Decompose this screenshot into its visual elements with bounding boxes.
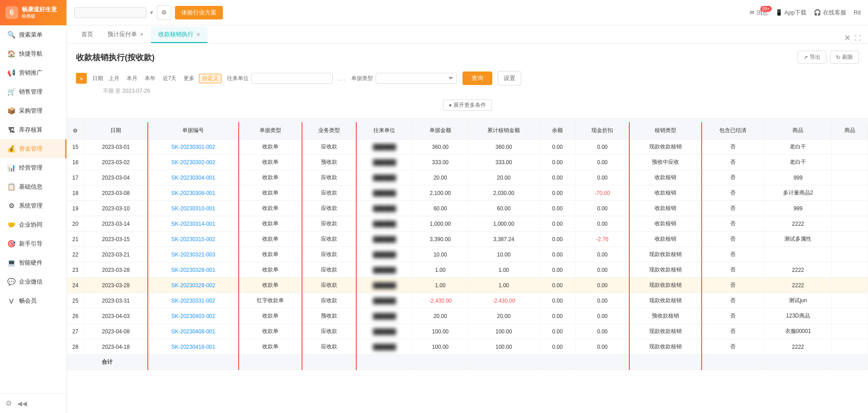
cell-voucher-type: 红字收款单 bbox=[239, 293, 302, 309]
sidebar-item-inventory[interactable]: 🏗 库存核算 bbox=[0, 120, 66, 139]
cell-include-settled: 否 bbox=[702, 247, 764, 262]
cell-rownum: 15 bbox=[67, 139, 84, 155]
sidebar-item-label: 经营管理 bbox=[19, 164, 42, 172]
col-goods: 商品 bbox=[764, 122, 832, 139]
user-avatar[interactable]: Rit bbox=[854, 9, 861, 16]
sidebar-item-finance[interactable]: 💰 资金管理 bbox=[0, 139, 66, 158]
voucher-no-link[interactable]: SK-20230328-001 bbox=[171, 267, 215, 273]
cell-balance: 0.00 bbox=[539, 170, 576, 185]
cell-cash-discount: -2.76 bbox=[576, 232, 630, 247]
date-btn-last-month[interactable]: 上月 bbox=[106, 74, 122, 83]
voucher-no-link[interactable]: SK-20230321-003 bbox=[171, 252, 215, 258]
cell-cash-discount: 0.00 bbox=[576, 278, 630, 293]
filter-dates: 上月 本月 本年 近7天 更多 自定义 bbox=[106, 74, 222, 83]
close-tab-collection-exec[interactable]: ✕ bbox=[196, 32, 200, 38]
cell-biz-type: 应收款 bbox=[302, 262, 356, 278]
sidebar-item-guide[interactable]: 🎯 新手引导 bbox=[0, 234, 66, 253]
date-btn-7days[interactable]: 近7天 bbox=[160, 74, 179, 83]
cell-biz-type: 应收款 bbox=[302, 339, 356, 355]
handshake-icon: 🤝 bbox=[7, 221, 15, 229]
sidebar-item-label: 库存核算 bbox=[19, 126, 42, 134]
voucher-no-link[interactable]: SK-20230304-001 bbox=[171, 175, 215, 181]
voucher-no-link[interactable]: SK-20230408-001 bbox=[171, 328, 215, 335]
cell-total-write-off: 1.00 bbox=[468, 278, 539, 293]
messages-button[interactable]: ✉ 消息 99+ bbox=[750, 9, 768, 17]
cell-voucher-no: SK-20230321-003 bbox=[148, 247, 239, 262]
tab-collection-exec[interactable]: 收款核销执行 ✕ bbox=[151, 27, 208, 43]
date-btn-this-year[interactable]: 本年 bbox=[142, 74, 158, 83]
cell-biz-type: 应收款 bbox=[302, 232, 356, 247]
sidebar-item-purchase[interactable]: 📦 采购管理 bbox=[0, 101, 66, 120]
filter-expand-arrow[interactable]: » bbox=[76, 73, 87, 84]
voucher-no-link[interactable]: SK-20230418-001 bbox=[171, 344, 215, 350]
voucher-no-link[interactable]: SK-20230310-001 bbox=[171, 205, 215, 212]
sidebar-item-sales[interactable]: 🛒 销售管理 bbox=[0, 82, 66, 101]
cell-cash-discount: 0.00 bbox=[576, 324, 630, 339]
tab-pre-accounts[interactable]: 预计应付单 ✕ bbox=[100, 27, 151, 43]
refresh-button[interactable]: ↻ 刷新 bbox=[830, 51, 859, 64]
sidebar-item-hardware[interactable]: 💻 智能硬件 bbox=[0, 253, 66, 272]
sidebar-item-quicknav[interactable]: 🏠 快捷导航 bbox=[0, 44, 66, 63]
voucher-type-select[interactable] bbox=[376, 73, 457, 84]
tab-home[interactable]: 首页 bbox=[74, 27, 100, 43]
cell-balance: 0.00 bbox=[539, 339, 576, 355]
cell-rownum: 24 bbox=[67, 278, 84, 293]
table-row: 15 2023-03-01 SK-20230301-002 收款单 应收款 ██… bbox=[67, 139, 868, 155]
voucher-no-link[interactable]: SK-20230331-002 bbox=[171, 298, 215, 304]
sidebar-item-search[interactable]: 🔍 搜索菜单 bbox=[0, 25, 66, 44]
cell-write-off-type: 预收中应收 bbox=[629, 155, 701, 170]
query-button[interactable]: 查询 bbox=[462, 71, 492, 85]
app-download-button[interactable]: 📱 App下载 bbox=[775, 9, 807, 17]
sidebar-item-system[interactable]: ⚙ 系统管理 bbox=[0, 196, 66, 215]
cell-cash-discount: 0.00 bbox=[576, 216, 630, 232]
date-btn-this-month[interactable]: 本月 bbox=[124, 74, 140, 83]
cell-rownum: 17 bbox=[67, 170, 84, 185]
voucher-no-link[interactable]: SK-20230301-002 bbox=[171, 144, 215, 150]
cell-voucher-no: SK-20230315-002 bbox=[148, 232, 239, 247]
sidebar-item-marketing[interactable]: 📢 营销推广 bbox=[0, 63, 66, 82]
cell-goods2 bbox=[832, 262, 868, 278]
sidebar-item-basic[interactable]: 📋 基础信息 bbox=[0, 177, 66, 196]
close-all-tabs-icon[interactable]: ✕ bbox=[844, 33, 851, 43]
date-btn-more[interactable]: 更多 bbox=[181, 74, 197, 83]
export-button[interactable]: ↗ 导出 bbox=[797, 51, 826, 64]
voucher-no-link[interactable]: SK-20230308-001 bbox=[171, 190, 215, 196]
cell-partner: ██████ bbox=[356, 293, 412, 309]
total-amount bbox=[412, 355, 468, 370]
sidebar-item-operation[interactable]: 📊 经营管理 bbox=[0, 158, 66, 177]
sidebar-item-wechat[interactable]: 💬 企业微信 bbox=[0, 272, 66, 291]
settings-icon[interactable]: ⚙ bbox=[5, 399, 12, 408]
cell-rownum: 16 bbox=[67, 155, 84, 170]
table-row: 27 2023-04-08 SK-20230408-001 收款单 应收款 ██… bbox=[67, 324, 868, 339]
voucher-no-link[interactable]: SK-20230315-002 bbox=[171, 236, 215, 242]
online-service-button[interactable]: 🎧 在线客服 bbox=[814, 9, 846, 17]
cell-write-off-type: 收款核销 bbox=[629, 216, 701, 232]
cell-date: 2023-03-28 bbox=[84, 278, 148, 293]
date-custom-btn[interactable]: 自定义 bbox=[199, 74, 222, 83]
close-tab-pre-accounts[interactable]: ✕ bbox=[140, 32, 144, 38]
partner-input[interactable] bbox=[251, 73, 333, 84]
cell-partner: ██████ bbox=[356, 309, 412, 324]
sidebar-item-label: 企业协同 bbox=[19, 221, 42, 229]
industry-button[interactable]: 体验行业方案 bbox=[175, 6, 223, 19]
finance-icon: 💰 bbox=[7, 145, 15, 153]
voucher-no-link[interactable]: SK-20230328-002 bbox=[171, 282, 215, 289]
breadcrumb-area: ▾ ⚙ 体验行业方案 bbox=[74, 5, 744, 20]
voucher-no-link[interactable]: SK-20230403-002 bbox=[171, 313, 215, 319]
collapse-icon[interactable]: ◀◀ bbox=[17, 400, 27, 407]
voucher-no-link[interactable]: SK-20230302-002 bbox=[171, 159, 215, 166]
sidebar-item-member[interactable]: V 畅会员 bbox=[0, 291, 66, 310]
filter-settings-button[interactable]: 设置 bbox=[498, 71, 521, 85]
breadcrumb-input[interactable] bbox=[74, 7, 146, 18]
expand-more-button[interactable]: ▾ 展开更多条件 bbox=[443, 100, 492, 111]
cell-date: 2023-03-28 bbox=[84, 262, 148, 278]
sidebar-item-enterprise[interactable]: 🤝 企业协同 bbox=[0, 215, 66, 234]
table-row: 18 2023-03-08 SK-20230308-001 收款单 应收款 ██… bbox=[67, 185, 868, 201]
voucher-no-link[interactable]: SK-20230314-001 bbox=[171, 221, 215, 227]
total-row: 合计 bbox=[67, 355, 868, 370]
gear-button[interactable]: ⚙ bbox=[157, 5, 171, 20]
hardware-icon: 💻 bbox=[7, 259, 15, 267]
maximize-icon[interactable]: ⛶ bbox=[854, 34, 861, 42]
cell-amount: 20.00 bbox=[412, 309, 468, 324]
col-settings[interactable]: ⚙ bbox=[67, 122, 84, 139]
